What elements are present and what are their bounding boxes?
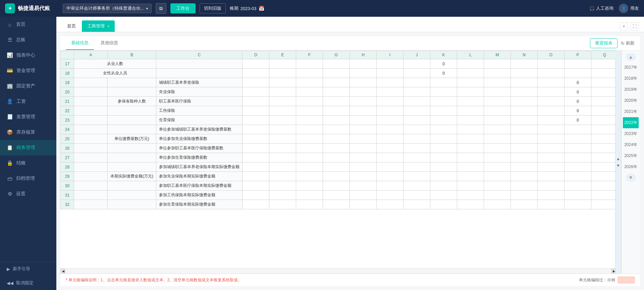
cell-i[interactable] [377,172,404,181]
cell-m[interactable] [484,116,511,125]
cell-f[interactable] [296,125,323,134]
cell-a[interactable] [74,172,108,181]
calendar-icon[interactable]: 📅 [259,6,264,11]
cell-m[interactable] [484,200,511,209]
cell-p[interactable] [565,153,591,162]
cell-b[interactable] [108,106,156,116]
cell-f[interactable] [296,172,323,181]
cell-l[interactable] [457,200,484,209]
cell-k[interactable] [430,97,457,106]
cell-e[interactable] [269,162,296,172]
cell-j[interactable] [404,97,430,106]
cell-l[interactable] [457,97,484,106]
cell-k[interactable] [430,172,457,181]
cell-b[interactable] [108,116,156,125]
cell-b[interactable]: 本期实际缴费金额(万元) [108,172,156,181]
cell-l[interactable] [457,172,484,181]
cell-b[interactable] [108,153,156,162]
user-area[interactable]: 👤 用友 [619,4,639,13]
cell-f[interactable] [296,200,323,209]
cell-q[interactable] [591,162,617,172]
cell-h[interactable] [350,134,377,144]
cell-i[interactable] [377,69,404,78]
cell-o[interactable] [538,69,565,78]
cell-m[interactable] [484,97,511,106]
cell-i[interactable] [377,106,404,116]
cell-i[interactable] [377,59,404,69]
cell-c[interactable]: 生育保险 [156,116,243,125]
cell-c[interactable]: 职工基本医疗保险 [156,97,243,106]
cell-h[interactable] [350,181,377,191]
cell-a[interactable]: 从业人数 [74,59,156,69]
cell-h[interactable] [350,78,377,87]
cell-j[interactable] [404,200,430,209]
cell-m[interactable] [484,144,511,153]
cell-n[interactable] [511,144,538,153]
year-item[interactable]: 2017年 [623,62,639,73]
cell-f[interactable] [296,106,323,116]
cell-l[interactable] [457,106,484,116]
cell-k[interactable] [430,125,457,134]
cell-e[interactable] [269,181,296,191]
cell-f[interactable] [296,162,323,172]
cell-l[interactable] [457,116,484,125]
cell-m[interactable] [484,181,511,191]
cell-j[interactable] [404,78,430,87]
year-item[interactable]: 2023年 [623,128,639,139]
cell-l[interactable] [457,78,484,87]
cell-o[interactable] [538,172,565,181]
cell-b[interactable] [108,181,156,191]
cell-k[interactable] [430,116,457,125]
cell-q[interactable] [591,97,617,106]
copy-button[interactable]: ⧉ [156,3,166,14]
cell-q[interactable] [591,200,617,209]
cell-j[interactable] [404,191,430,200]
cell-f[interactable] [296,144,323,153]
cell-p[interactable] [565,200,591,209]
cell-o[interactable] [538,106,565,116]
cell-n[interactable] [511,87,538,97]
cell-j[interactable] [404,181,430,191]
cell-c[interactable]: 单位参加失业保险缴费基数 [156,134,243,144]
cell-a[interactable] [74,181,108,191]
cell-i[interactable] [377,144,404,153]
cell-c[interactable]: 参加工伤保险本期实际缴费金额 [156,191,243,200]
cell-n[interactable] [511,116,538,125]
cell-c[interactable]: 工伤保险 [156,106,243,116]
cell-f[interactable] [296,191,323,200]
sidebar-item-tax[interactable]: 📋税务管理 [0,140,56,155]
cell-q[interactable] [591,69,617,78]
cell-n[interactable] [511,125,538,134]
cell-n[interactable] [511,191,538,200]
cell-p[interactable] [565,134,591,144]
cell-l[interactable] [457,59,484,69]
sidebar-item-payroll[interactable]: 👤工资 [0,94,56,109]
cell-f[interactable] [296,97,323,106]
cell-a[interactable] [74,162,108,172]
cell-h[interactable] [350,200,377,209]
cell-m[interactable] [484,134,511,144]
cell-g[interactable] [323,153,350,162]
cell-c[interactable] [156,69,243,78]
cell-e[interactable] [269,116,296,125]
cell-i[interactable] [377,97,404,106]
cell-d[interactable] [243,78,269,87]
cell-h[interactable] [350,172,377,181]
cell-j[interactable] [404,172,430,181]
cell-o[interactable] [538,162,565,172]
cell-q[interactable] [591,106,617,116]
cell-p[interactable]: 0 [565,78,591,87]
cell-g[interactable] [323,78,350,87]
cell-m[interactable] [484,106,511,116]
cell-b[interactable] [108,200,156,209]
cell-k[interactable] [430,162,457,172]
cell-d[interactable] [243,59,269,69]
cell-h[interactable] [350,116,377,125]
cell-d[interactable] [243,191,269,200]
company-selector[interactable]: 中审众环会计师事务所（特殊普通合伙... ▾ [63,4,152,13]
cell-f[interactable] [296,134,323,144]
cell-k[interactable] [430,191,457,200]
cell-a[interactable] [74,125,108,134]
cell-g[interactable] [323,134,350,144]
cell-n[interactable] [511,106,538,116]
